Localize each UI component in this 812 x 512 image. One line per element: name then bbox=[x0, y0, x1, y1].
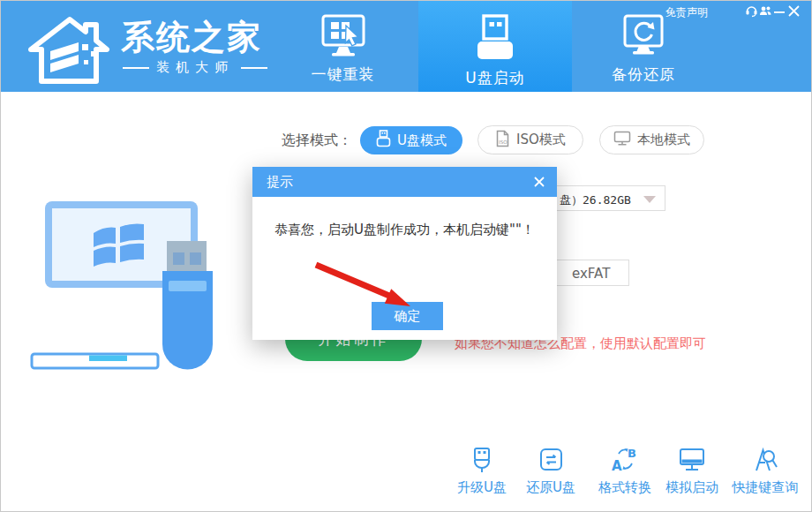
triangle-down-icon bbox=[643, 196, 656, 203]
tool-label: 格式转换 bbox=[590, 479, 660, 496]
subtitle-dash-right bbox=[241, 67, 267, 69]
mode-select-label: 选择模式： bbox=[282, 132, 352, 150]
format-value: exFAT bbox=[572, 266, 610, 282]
svg-text:ISO: ISO bbox=[499, 139, 508, 145]
device-select-value: 盘）26.82GB bbox=[560, 192, 631, 208]
brand-title: 系统之家 bbox=[121, 15, 262, 60]
header-bar: 系统之家 装机大师 一键重装 bbox=[1, 1, 811, 92]
usb-plug-icon bbox=[447, 446, 517, 474]
iso-file-icon: ISO bbox=[495, 130, 510, 151]
tool-hotkey-lookup[interactable]: 快捷键查询 bbox=[722, 446, 808, 496]
tab-label: 一键重装 bbox=[292, 64, 394, 85]
tool-simulate-boot[interactable]: 模拟启动 bbox=[657, 446, 727, 496]
monitor-icon bbox=[613, 130, 631, 150]
ok-button[interactable]: 确定 bbox=[372, 302, 443, 330]
tip-dialog: 提示 恭喜您，启动U盘制作成功，本机启动键""！ 确定 bbox=[252, 167, 557, 340]
customer-service-icon[interactable] bbox=[745, 4, 758, 18]
mode-option-iso[interactable]: ISO ISO模式 bbox=[477, 125, 583, 154]
svg-text:B: B bbox=[628, 447, 636, 460]
close-icon[interactable] bbox=[787, 4, 801, 18]
mode-option-label: ISO模式 bbox=[516, 132, 566, 148]
subtitle-dash-left bbox=[123, 67, 149, 69]
brand-logo-house-icon bbox=[24, 9, 112, 85]
tab-onekey-reinstall[interactable]: 一键重装 bbox=[292, 1, 394, 92]
tab-label: U盘启动 bbox=[418, 68, 572, 88]
disclaimer-link[interactable]: 免责声明 bbox=[665, 5, 708, 20]
usb-drive-icon bbox=[418, 13, 572, 64]
tool-label: 还原U盘 bbox=[515, 479, 586, 496]
usb-icon bbox=[376, 130, 391, 151]
minimize-icon[interactable] bbox=[773, 4, 786, 18]
monitor-boot-icon bbox=[657, 446, 727, 474]
mode-option-usb[interactable]: U盘模式 bbox=[360, 126, 462, 154]
mode-option-label: 本地模式 bbox=[637, 132, 690, 148]
tip-dialog-message: 恭喜您，启动U盘制作成功，本机启动键""！ bbox=[274, 222, 535, 238]
monitor-windows-cursor-icon bbox=[292, 13, 394, 61]
monitor-restore-icon bbox=[589, 13, 698, 61]
tool-label: 升级U盘 bbox=[447, 479, 517, 496]
svg-text:A: A bbox=[612, 458, 622, 474]
tool-restore-usb[interactable]: 还原U盘 bbox=[515, 446, 586, 496]
tip-dialog-header: 提示 bbox=[252, 167, 557, 197]
tool-label: 模拟启动 bbox=[657, 479, 727, 496]
restore-swap-icon bbox=[515, 446, 586, 474]
tab-label: 备份还原 bbox=[589, 64, 698, 85]
user-group-icon[interactable] bbox=[759, 4, 772, 18]
tool-format-convert[interactable]: A B 格式转换 bbox=[590, 446, 660, 496]
mode-option-local[interactable]: 本地模式 bbox=[599, 125, 704, 154]
close-icon[interactable] bbox=[532, 175, 546, 189]
tool-label: 快捷键查询 bbox=[722, 479, 808, 496]
laptop-usb-illustration bbox=[27, 191, 230, 375]
brand-subtitle: 装机大师 bbox=[123, 59, 267, 76]
hotkey-search-icon bbox=[722, 446, 808, 474]
tool-upgrade-usb[interactable]: 升级U盘 bbox=[447, 446, 517, 496]
mode-option-label: U盘模式 bbox=[397, 132, 447, 149]
format-convert-ab-icon: A B bbox=[590, 446, 660, 474]
tab-usb-boot[interactable]: U盘启动 bbox=[418, 1, 572, 92]
tip-dialog-title: 提示 bbox=[267, 167, 293, 197]
app-window: 系统之家 装机大师 一键重装 bbox=[0, 0, 812, 512]
